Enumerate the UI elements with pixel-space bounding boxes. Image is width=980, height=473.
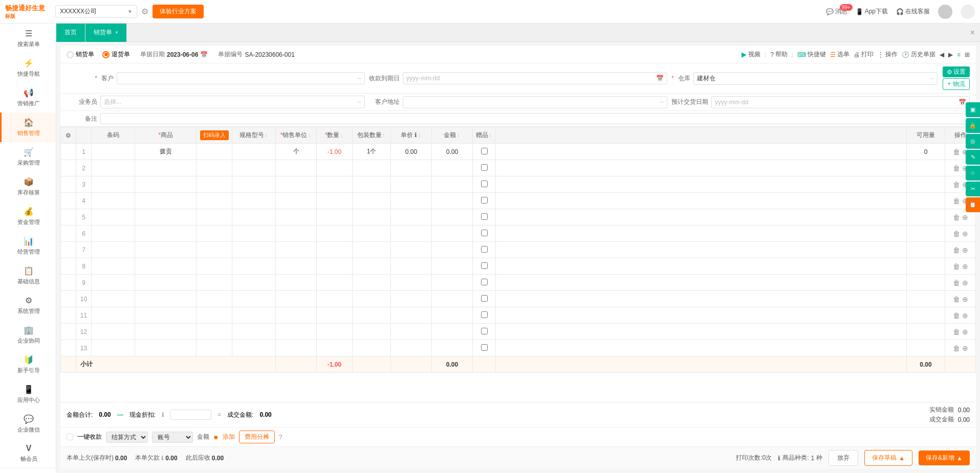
row-amount[interactable]: 0.00: [432, 144, 473, 160]
copy-icon[interactable]: ⊕: [962, 344, 968, 352]
gift-checkbox[interactable]: [481, 181, 488, 187]
customer-input[interactable]: ···: [117, 72, 365, 84]
discount-input[interactable]: [170, 410, 211, 420]
gift-checkbox[interactable]: [481, 246, 488, 253]
tab-home[interactable]: 首页: [56, 24, 85, 42]
sidebar-item-finance[interactable]: 💰 资金管理: [0, 201, 56, 231]
expected-date-input[interactable]: yyyy-mm-dd 📅: [711, 96, 970, 108]
row-price[interactable]: 0.00: [391, 144, 432, 160]
delete-icon[interactable]: 🗑: [953, 246, 960, 254]
account-select[interactable]: 账号: [152, 432, 193, 443]
save-draft-btn[interactable]: 保存草稿 ▲: [864, 450, 912, 466]
abandon-btn[interactable]: 放弃: [829, 450, 858, 466]
warehouse-input[interactable]: 建材仓 ···: [693, 72, 938, 85]
gift-checkbox[interactable]: [481, 262, 488, 269]
logistics-btn[interactable]: + 物流: [943, 78, 970, 90]
row-goods[interactable]: 拨贡: [135, 144, 197, 160]
rf-btn-1[interactable]: ▣: [966, 102, 980, 117]
sidebar-item-search-order[interactable]: ☰ 搜索菜单: [0, 24, 56, 53]
gift-checkbox[interactable]: [481, 213, 488, 220]
user-settings[interactable]: [961, 5, 975, 19]
company-selector[interactable]: XXXXXX公司 ▼: [55, 5, 137, 18]
copy-icon[interactable]: ⊕: [962, 279, 968, 287]
gift-checkbox[interactable]: [481, 197, 488, 204]
row-spec[interactable]: [232, 144, 276, 160]
sidebar-item-app-center[interactable]: 📱 应用中心: [0, 379, 56, 409]
history-btn[interactable]: 🕐 历史单据: [902, 50, 935, 59]
customer-dots[interactable]: ···: [357, 76, 361, 81]
calc-method-select[interactable]: 结算方式: [106, 432, 148, 443]
delete-icon[interactable]: 🗑: [953, 328, 960, 336]
gift-checkbox[interactable]: [481, 148, 488, 154]
warehouse-dots[interactable]: ···: [930, 76, 934, 81]
sidebar-item-operation[interactable]: 📊 经营管理: [0, 231, 56, 261]
settings-btn[interactable]: ⚙ 设置: [943, 66, 970, 77]
row-gift[interactable]: [473, 144, 496, 160]
sidebar-item-purchase[interactable]: 🛒 采购管理: [0, 142, 56, 172]
due-date-input[interactable]: yyyy-mm-dd 📅: [403, 72, 667, 84]
delete-icon[interactable]: 🗑: [953, 164, 960, 172]
scan-btn[interactable]: 扫码录入: [200, 130, 229, 140]
discount-minus[interactable]: —: [117, 411, 123, 418]
copy-icon[interactable]: ⊕: [962, 246, 968, 254]
video-btn[interactable]: ▶ 视频: [742, 50, 760, 59]
copy-icon[interactable]: ⊕: [962, 262, 968, 271]
sidebar-settings-btn[interactable]: ⚙: [0, 468, 56, 473]
grid-view-btn[interactable]: ⊞: [965, 51, 970, 58]
list-view-btn[interactable]: ≡: [957, 51, 961, 58]
sidebar-item-inventory[interactable]: 📦 库存核算: [0, 172, 56, 201]
avatar[interactable]: [938, 5, 952, 19]
print-btn[interactable]: 🖨 打印: [854, 50, 874, 59]
prev-btn[interactable]: ◀: [940, 51, 944, 58]
online-service-button[interactable]: 🎧 在线客服: [896, 7, 930, 16]
copy-icon[interactable]: ⊕: [962, 213, 968, 221]
copy-icon[interactable]: ⊕: [962, 328, 968, 336]
copy-icon[interactable]: ⊕: [962, 230, 968, 238]
salesperson-input[interactable]: 选择... ···: [100, 96, 365, 108]
message-button[interactable]: 💬 消息 99+: [826, 7, 847, 16]
radio-sales[interactable]: 销货单: [67, 50, 94, 59]
th-settings[interactable]: ⚙: [61, 127, 76, 144]
help-btn[interactable]: ? 帮助: [770, 50, 788, 59]
gift-checkbox[interactable]: [481, 344, 488, 351]
row-unit[interactable]: 个: [276, 144, 317, 160]
shortcut-btn[interactable]: ⌨ 快捷键: [797, 50, 826, 59]
delete-icon[interactable]: 🗑: [953, 262, 960, 271]
rf-btn-7[interactable]: 📋: [966, 197, 980, 212]
gift-checkbox[interactable]: [481, 164, 488, 171]
customer-addr-input[interactable]: ···: [403, 96, 667, 108]
gift-checkbox[interactable]: [481, 295, 488, 302]
sidebar-item-vip[interactable]: V 畅会员: [0, 439, 56, 468]
rf-btn-3[interactable]: ◎: [966, 134, 980, 149]
trial-button[interactable]: 体验行业方案: [153, 5, 204, 18]
salesperson-dots[interactable]: ···: [357, 99, 361, 105]
sidebar-item-sales[interactable]: 🏠 销售管理: [0, 112, 56, 142]
delete-icon[interactable]: 🗑: [953, 311, 960, 320]
copy-icon[interactable]: ⊕: [962, 295, 968, 303]
addr-dots[interactable]: ···: [660, 99, 664, 105]
gift-checkbox[interactable]: [481, 279, 488, 285]
tab-close-all[interactable]: ×: [965, 28, 980, 37]
select-order-btn[interactable]: ☰ 选单: [830, 50, 850, 59]
row-pkgqty[interactable]: 1个: [353, 144, 391, 160]
row-qty[interactable]: -1.00: [317, 144, 353, 160]
gift-checkbox[interactable]: [481, 230, 488, 236]
gift-checkbox[interactable]: [481, 311, 488, 318]
sidebar-item-enterprise[interactable]: 🏢 企业协同: [0, 320, 56, 350]
rf-btn-6[interactable]: ✂: [966, 182, 980, 196]
expense-split-btn[interactable]: 费用分摊: [239, 431, 275, 443]
operate-btn[interactable]: ⋮ 操作: [878, 50, 898, 59]
delete-icon[interactable]: 🗑: [953, 197, 960, 205]
next-btn[interactable]: ▶: [948, 51, 953, 58]
rf-btn-5[interactable]: ☆: [966, 166, 980, 181]
delete-icon[interactable]: 🗑: [953, 148, 960, 156]
app-download-button[interactable]: 📱 App下载: [856, 7, 888, 16]
delete-icon[interactable]: 🗑: [953, 295, 960, 303]
sidebar-item-marketing[interactable]: 📢 营销推广: [0, 83, 56, 112]
delete-icon[interactable]: 🗑: [953, 279, 960, 287]
calendar-icon[interactable]: 📅: [200, 51, 208, 58]
gear-icon[interactable]: ⚙: [141, 7, 148, 16]
tab-sales-order[interactable]: 销货单 ×: [85, 24, 127, 42]
sidebar-item-quick-nav[interactable]: ⚡ 快捷导航: [0, 53, 56, 83]
delete-icon[interactable]: 🗑: [953, 344, 960, 352]
